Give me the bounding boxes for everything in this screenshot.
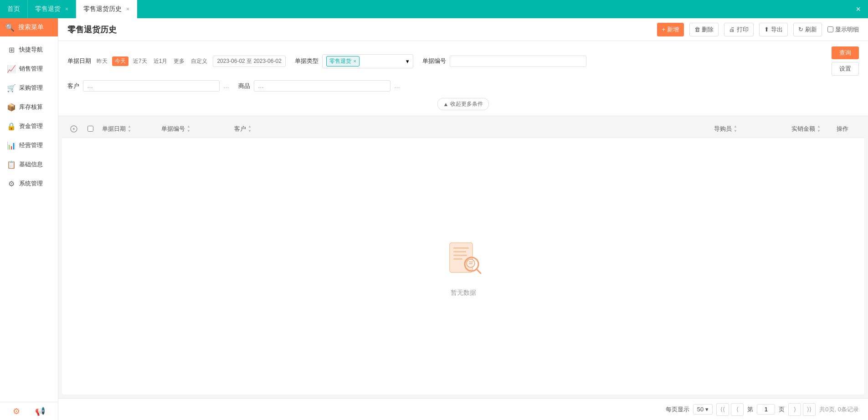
date-range-input[interactable]: 2023-06-02 至 2023-06-02	[213, 56, 286, 67]
query-button[interactable]: 查询	[832, 46, 859, 59]
sidebar-item-label-inventory: 库存核算	[19, 103, 43, 111]
sidebar-item-system-mgmt[interactable]: ⚙系统管理	[0, 174, 58, 193]
date-option-yesterday[interactable]: 昨天	[95, 56, 109, 66]
date-options: 昨天 今天 近7天 近1月 更多 自定义	[95, 56, 209, 66]
th-customer[interactable]: 客户 ▲▼	[231, 124, 710, 133]
goods-label: 商品	[238, 82, 250, 90]
refresh-button[interactable]: ↻ 刷新	[793, 23, 822, 36]
sidebar-items: ⊞快捷导航📈销售管理🛒采购管理📦库存核算🔒资金管理📊经营管理📋基础信息⚙系统管理	[0, 36, 58, 402]
window-close-btn[interactable]: ×	[848, 5, 868, 14]
th-amount[interactable]: 实销金额 ▲▼	[770, 124, 824, 133]
goods-filter: 商品 …	[238, 80, 400, 92]
th-checkbox[interactable]	[82, 126, 98, 132]
th-number-label: 单据编号	[161, 125, 185, 133]
voucher-number-filter: 单据编号	[422, 56, 586, 67]
tab-retail-return[interactable]: 零售退货×	[28, 0, 76, 18]
sidebar-item-sales-mgmt[interactable]: 📈销售管理	[0, 59, 58, 78]
sidebar-item-operation-mgmt[interactable]: 📊经营管理	[0, 136, 58, 155]
refresh-icon: ↻	[798, 26, 803, 33]
th-guide[interactable]: 导购员 ▲▼	[710, 124, 770, 133]
sidebar-search[interactable]: 🔍 搜索菜单	[0, 18, 58, 36]
print-button[interactable]: 🖨 打印	[724, 23, 754, 36]
delete-button[interactable]: 🗑 删除	[689, 23, 719, 36]
export-icon: ⬆	[764, 26, 769, 33]
toolbar: + 新增 🗑 删除 🖨 打印 ⬆ 导出 ↻ 刷新 显示明细	[657, 23, 859, 36]
content-area: 零售退货历史 + 新增 🗑 删除 🖨 打印 ⬆ 导出 ↻ 刷新 显示明细	[58, 18, 868, 420]
filter-area: 单据日期 昨天 今天 近7天 近1月 更多 自定义 2023-06-02 至 2…	[58, 41, 868, 116]
sales-mgmt-icon: 📈	[7, 65, 15, 73]
th-number-sort: ▲▼	[187, 124, 190, 133]
voucher-type-filter: 单据类型 零售退货 × ▾	[295, 54, 413, 68]
page-size-label: 每页显示	[666, 405, 689, 414]
date-option-1month[interactable]: 近1月	[152, 56, 169, 66]
th-guide-sort: ▲▼	[734, 124, 737, 133]
table-header: 单据日期 ▲▼ 单据编号 ▲▼ 客户 ▲▼ 导购员 ▲▼ 实销金额 ▲▼	[62, 120, 864, 138]
sidebar-item-label-quick-nav: 快捷导航	[19, 46, 43, 54]
show-detail-checkbox[interactable]: 显示明细	[827, 26, 859, 34]
voucher-type-tag-text: 零售退货	[329, 57, 351, 65]
empty-icon	[441, 236, 486, 282]
tab-bar: 首页零售退货×零售退货历史×	[0, 0, 848, 18]
sidebar-item-label-purchase-mgmt: 采购管理	[19, 84, 43, 92]
main-layout: 🔍 搜索菜单 ⊞快捷导航📈销售管理🛒采购管理📦库存核算🔒资金管理📊经营管理📋基础…	[0, 18, 868, 420]
page-size-dropdown-icon: ▾	[705, 406, 709, 413]
show-detail-input[interactable]	[827, 26, 833, 32]
quick-nav-icon: ⊞	[7, 46, 15, 54]
voucher-type-tag: 零售退货 ×	[326, 56, 359, 67]
sidebar-item-basic-info[interactable]: 📋基础信息	[0, 155, 58, 174]
svg-point-7	[467, 259, 475, 267]
date-option-custom[interactable]: 自定义	[189, 56, 209, 66]
export-button[interactable]: ⬆ 导出	[759, 23, 788, 36]
date-option-today[interactable]: 今天	[112, 56, 128, 66]
add-button[interactable]: + 新增	[657, 23, 684, 36]
voucher-type-select[interactable]: 零售退货 × ▾	[322, 54, 413, 68]
voucher-number-input[interactable]	[450, 56, 586, 67]
collapse-icon: ▲	[443, 101, 449, 108]
settings-bottom-icon[interactable]: ⚙	[13, 406, 20, 416]
goods-picker-icon[interactable]: …	[394, 82, 400, 89]
tab-home[interactable]: 首页	[0, 0, 28, 18]
page-total: 共0页, 0条记录	[819, 405, 859, 414]
sidebar-item-quick-nav[interactable]: ⊞快捷导航	[0, 40, 58, 59]
page-title: 零售退货历史	[67, 24, 117, 35]
customer-picker-icon[interactable]: …	[223, 82, 229, 89]
date-option-more[interactable]: 更多	[172, 56, 186, 66]
page-next-btn[interactable]: ⟩	[788, 403, 801, 416]
filter-settings-button[interactable]: 设置	[832, 62, 859, 76]
export-label: 导出	[771, 26, 783, 34]
sidebar-item-inventory[interactable]: 📦库存核算	[0, 97, 58, 117]
customer-input[interactable]	[83, 80, 220, 92]
th-date[interactable]: 单据日期 ▲▼	[98, 124, 158, 133]
date-filter: 单据日期 昨天 今天 近7天 近1月 更多 自定义 2023-06-02 至 2…	[67, 56, 286, 67]
column-settings-icon	[70, 125, 77, 133]
th-number[interactable]: 单据编号 ▲▼	[158, 124, 231, 133]
page-first-btn[interactable]: ⟨⟨	[716, 403, 729, 416]
page-last-btn[interactable]: ⟩⟩	[803, 403, 816, 416]
voucher-type-tag-close[interactable]: ×	[353, 58, 356, 64]
date-option-7days[interactable]: 近7天	[131, 56, 149, 66]
empty-state: 暂无数据	[62, 138, 864, 394]
filter-row-1: 单据日期 昨天 今天 近7天 近1月 更多 自定义 2023-06-02 至 2…	[67, 46, 859, 76]
customer-filter: 客户 …	[67, 80, 229, 92]
sidebar: 🔍 搜索菜单 ⊞快捷导航📈销售管理🛒采购管理📦库存核算🔒资金管理📊经营管理📋基础…	[0, 18, 58, 420]
tab-close-retail-return[interactable]: ×	[65, 6, 68, 12]
purchase-mgmt-icon: 🛒	[7, 84, 15, 92]
system-mgmt-icon: ⚙	[7, 179, 15, 188]
sidebar-item-finance-mgmt[interactable]: 🔒资金管理	[0, 117, 58, 136]
voucher-type-label: 单据类型	[295, 57, 318, 65]
th-settings[interactable]	[66, 125, 82, 133]
page-prev-btn[interactable]: ⟨	[731, 403, 744, 416]
tab-retail-return-history[interactable]: 零售退货历史×	[76, 0, 137, 18]
speaker-bottom-icon[interactable]: 📢	[35, 406, 45, 416]
sidebar-item-purchase-mgmt[interactable]: 🛒采购管理	[0, 78, 58, 97]
th-action: 操作	[824, 125, 861, 133]
tab-close-retail-return-history[interactable]: ×	[126, 6, 129, 12]
goods-input[interactable]	[254, 80, 390, 92]
show-detail-label: 显示明细	[835, 26, 859, 34]
sidebar-bottom: ⚙ 📢	[0, 402, 58, 420]
page-size-dropdown[interactable]: 50 ▾	[693, 404, 713, 415]
svg-line-8	[477, 269, 481, 273]
collapse-filter-button[interactable]: ▲ 收起更多条件	[437, 98, 489, 110]
select-all-checkbox[interactable]	[87, 126, 93, 132]
page-number-input[interactable]: 1	[757, 404, 775, 415]
